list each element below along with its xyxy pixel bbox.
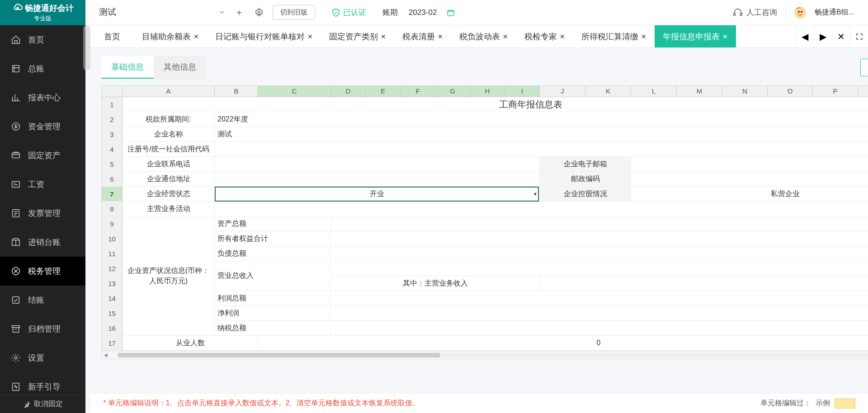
tab-7[interactable]: 年报信息申报表✕ xyxy=(655,25,736,47)
col-header-D[interactable]: D xyxy=(331,86,366,97)
tab-0[interactable]: 目辅助余额表✕ xyxy=(134,25,207,47)
row-header-10[interactable]: 10 xyxy=(102,231,123,246)
tab-2[interactable]: 固定资产类别✕ xyxy=(321,25,394,47)
user-avatar-icon[interactable] xyxy=(794,6,807,19)
main-revenue-value[interactable] xyxy=(540,276,868,291)
col-header-J[interactable]: J xyxy=(540,86,585,97)
tax-total-value[interactable] xyxy=(331,321,868,336)
row-header-2[interactable]: 2 xyxy=(102,112,123,127)
tab-scroll-left[interactable]: ◀ xyxy=(796,25,814,47)
sidebar-item-close[interactable]: 结账 xyxy=(0,286,85,314)
tab-close-icon[interactable]: ✕ xyxy=(641,33,646,40)
value-addr[interactable] xyxy=(215,172,540,187)
row-header-1[interactable]: 1 xyxy=(102,97,123,112)
value-regno[interactable] xyxy=(215,142,868,157)
status-dropdown[interactable]: 开业▼ xyxy=(215,187,540,202)
col-header-C[interactable]: C xyxy=(258,86,331,97)
tab-home[interactable]: 首页 xyxy=(90,25,134,47)
unpin-button[interactable]: 取消固定 xyxy=(0,395,85,413)
tab-close-icon[interactable]: ✕ xyxy=(503,33,508,40)
value-email[interactable] xyxy=(631,157,868,172)
tab-4[interactable]: 税负波动表✕ xyxy=(451,25,516,47)
sidebar-item-home[interactable]: 首页 xyxy=(0,25,85,54)
scroll-left-arrow[interactable]: ◀ xyxy=(102,352,110,357)
tab-fullscreen[interactable] xyxy=(850,25,868,47)
col-header-P[interactable]: P xyxy=(813,86,858,97)
value-company[interactable]: 测试 xyxy=(215,127,868,142)
value-phone[interactable] xyxy=(215,157,540,172)
total-assets-value[interactable] xyxy=(331,216,868,231)
row-header-14[interactable]: 14 xyxy=(102,291,123,306)
row-header-6[interactable]: 6 xyxy=(102,172,123,187)
consult-button[interactable]: 人工咨询 xyxy=(733,7,777,18)
row-header-8[interactable]: 8 xyxy=(102,202,123,216)
tab-close-icon[interactable]: ✕ xyxy=(193,33,199,40)
tab-6[interactable]: 所得税汇算清缴✕ xyxy=(573,25,655,47)
value-mainbiz[interactable] xyxy=(215,202,868,216)
tab-close-icon[interactable]: ✕ xyxy=(438,33,443,40)
liabilities-value[interactable] xyxy=(331,246,868,261)
value-holding[interactable]: 私营企业 xyxy=(631,187,868,202)
tab-close-icon[interactable]: ✕ xyxy=(381,33,386,40)
period-value[interactable]: 2023-02 xyxy=(409,8,437,17)
calendar-icon[interactable] xyxy=(447,9,455,17)
sidebar-item-salary[interactable]: 工资 xyxy=(0,170,85,199)
scroll-track-h[interactable] xyxy=(118,353,868,357)
row-header-16[interactable]: 16 xyxy=(102,321,123,336)
tab-3[interactable]: 税表清册✕ xyxy=(394,25,451,47)
switch-old-version-button[interactable]: 切到旧版 xyxy=(273,5,315,20)
add-button[interactable]: ＋ xyxy=(233,6,245,19)
row-header-11[interactable]: 11 xyxy=(102,246,123,261)
reset-report-button[interactable]: 重置报表 xyxy=(860,59,868,76)
owner-equity-value[interactable] xyxy=(331,231,868,246)
row-header-13[interactable]: 13 xyxy=(102,276,123,291)
row-header-4[interactable]: 4 xyxy=(102,142,123,157)
sidebar-scrollbar[interactable] xyxy=(83,25,90,70)
col-header-B[interactable]: B xyxy=(215,86,258,97)
settings-gear-button[interactable] xyxy=(253,6,265,19)
profit-total-value[interactable] xyxy=(331,291,868,306)
tab-5[interactable]: 税检专家✕ xyxy=(516,25,573,47)
tab-close-all[interactable]: ✕ xyxy=(832,25,850,47)
value-zip[interactable] xyxy=(631,172,868,187)
col-header-N[interactable]: N xyxy=(722,86,768,97)
revenue-value[interactable] xyxy=(331,261,868,276)
col-header-A[interactable]: A xyxy=(123,86,215,97)
row-header-5[interactable]: 5 xyxy=(102,157,123,172)
tab-close-icon[interactable]: ✕ xyxy=(307,33,313,40)
col-header-K[interactable]: K xyxy=(585,86,631,97)
sidebar-item-setting[interactable]: 设置 xyxy=(0,343,85,372)
tab-close-icon[interactable]: ✕ xyxy=(560,33,565,40)
sidebar-item-tax[interactable]: 税务管理 xyxy=(0,257,85,286)
col-header-O[interactable]: O xyxy=(768,86,813,97)
sidebar-item-report[interactable]: 报表中心 xyxy=(0,83,85,112)
sidebar-item-fund[interactable]: 资金管理 xyxy=(0,112,85,141)
sidebar-item-asset[interactable]: 固定资产 xyxy=(0,141,85,170)
col-header-Q[interactable]: Q xyxy=(858,86,868,97)
sub-tab-0[interactable]: 基础信息 xyxy=(101,56,154,79)
row-header-17[interactable]: 17 xyxy=(102,336,123,351)
sidebar-item-archive[interactable]: 归档管理 xyxy=(0,314,85,343)
row-header-3[interactable]: 3 xyxy=(102,127,123,142)
row-header-7[interactable]: 7 xyxy=(102,187,123,202)
value-employees[interactable]: 0 xyxy=(258,336,868,351)
tab-close-icon[interactable]: ✕ xyxy=(722,33,728,40)
sidebar-item-invoice[interactable]: 发票管理 xyxy=(0,199,85,228)
net-profit-value[interactable] xyxy=(331,306,868,321)
row-header-12[interactable]: 12 xyxy=(102,261,123,276)
company-select[interactable]: 测试 xyxy=(99,5,226,20)
row-header-9[interactable]: 9 xyxy=(102,216,123,231)
user-name[interactable]: 畅捷通B组... xyxy=(815,8,854,17)
col-header-E[interactable]: E xyxy=(366,86,401,97)
col-header-M[interactable]: M xyxy=(677,86,722,97)
col-header-I[interactable]: I xyxy=(505,86,540,97)
scroll-thumb-h[interactable] xyxy=(118,353,440,357)
sidebar-item-stock[interactable]: 进销台账 xyxy=(0,228,85,257)
col-header-F[interactable]: F xyxy=(401,86,435,97)
sidebar-item-ledger[interactable]: 总账 xyxy=(0,54,85,83)
sheet-corner[interactable] xyxy=(102,86,123,97)
value-period[interactable]: 2022年度 xyxy=(215,112,868,127)
tab-1[interactable]: 日记账与银行对账单核对✕ xyxy=(207,25,321,47)
col-header-G[interactable]: G xyxy=(435,86,470,97)
row-header-15[interactable]: 15 xyxy=(102,306,123,321)
